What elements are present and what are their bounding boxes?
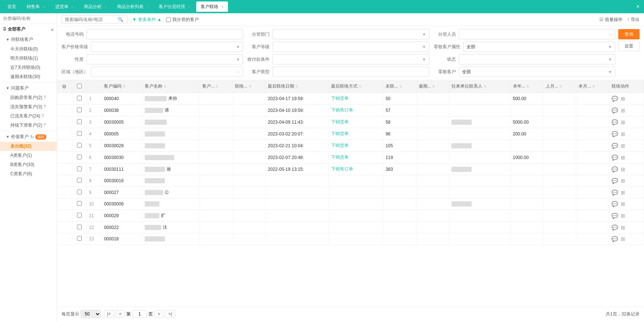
chat-icon[interactable]: 💬 [612, 236, 618, 242]
th-last-method[interactable]: 最后联络方式 [329, 80, 383, 93]
grid-action-icon[interactable]: ⊞ [621, 236, 625, 242]
sidebar-item-churn-risk[interactable]: 流失预警客户(3) ? [0, 102, 57, 112]
chat-icon[interactable]: 💬 [612, 107, 618, 113]
filter-price-level-select[interactable]: ▼ [91, 42, 243, 52]
close-all-button[interactable]: × [635, 2, 641, 11]
sidebar-item-declining[interactable]: 持续下滑客户(2) ? [0, 121, 57, 130]
row-checkbox[interactable] [77, 190, 82, 194]
last-method-link[interactable]: 下销货单 [331, 155, 349, 160]
filter-customer-type-select[interactable] [272, 67, 429, 77]
last-method-link[interactable]: 下销售订单 [331, 166, 353, 172]
sidebar-collapse-btn[interactable]: « [51, 27, 54, 32]
filter-level-select[interactable]: ▼ [272, 42, 429, 52]
row-checkbox[interactable] [77, 213, 82, 218]
next-page-btn[interactable]: > [154, 310, 163, 318]
search-icon[interactable]: 🔍 [118, 17, 123, 22]
sidebar-item-tomorrow[interactable]: 明天待联络(1) [0, 54, 57, 63]
th-last-month[interactable]: 上月... [543, 80, 576, 93]
chat-icon[interactable]: 💬 [612, 166, 618, 172]
th-code[interactable]: 客户编码 [102, 80, 142, 93]
last-method-link[interactable]: 下销货单 [331, 131, 349, 136]
filter-payment-select[interactable]: ▼ [272, 54, 429, 64]
grid-action-icon[interactable]: ⊞ [621, 213, 625, 219]
tab-home[interactable]: 首页 [3, 1, 21, 12]
th-type[interactable]: 客户... [200, 80, 232, 93]
th-overdue[interactable]: 逾期... [416, 80, 449, 93]
sidebar-search-input[interactable] [3, 16, 57, 21]
my-customers-checkbox[interactable] [166, 17, 171, 22]
first-page-btn[interactable]: |< [104, 310, 114, 318]
tab-product-analysis-list[interactable]: 商品分析列表 × [113, 1, 153, 12]
row-checkbox[interactable] [77, 143, 82, 148]
page-input[interactable] [132, 310, 147, 318]
more-conditions-btn[interactable]: ▼ 更多条件 ▲ [132, 17, 162, 23]
sidebar-item-today[interactable]: 今天待联络(0) [0, 45, 57, 54]
grid-action-icon[interactable]: ⊞ [621, 107, 625, 113]
sidebar-group-pending[interactable]: ▼ 待联络客户 [0, 35, 57, 45]
row-checkbox[interactable] [77, 131, 82, 136]
th-gear[interactable]: ⚙ [57, 80, 72, 93]
filter-manager-select[interactable]: ··· [459, 29, 615, 39]
grid-action-icon[interactable]: ⊞ [621, 155, 625, 160]
search-input[interactable] [65, 17, 116, 22]
row-checkbox[interactable] [77, 107, 82, 112]
row-checkbox[interactable] [77, 178, 82, 183]
chat-icon[interactable]: 💬 [612, 96, 618, 102]
sidebar-item-classA[interactable]: A类客户(1) [0, 151, 57, 160]
filter-retail-attr-select[interactable]: 全部 ▼ [463, 42, 615, 52]
sidebar-item-unclassified[interactable]: 未分组(32) [0, 142, 57, 151]
grid-action-icon[interactable]: ⊞ [621, 131, 625, 137]
chat-icon[interactable]: 💬 [612, 143, 618, 149]
tab-purchase[interactable]: 进货单 × [51, 1, 78, 12]
tab-customer-tier-close[interactable]: × [188, 5, 190, 9]
tab-customer-contact-close[interactable]: × [221, 5, 224, 9]
query-button[interactable]: 查询 [618, 29, 640, 39]
grid-action-icon[interactable]: ⊞ [621, 190, 625, 195]
last-method-link[interactable]: 下销售订单 [331, 107, 353, 113]
row-checkbox[interactable] [77, 119, 82, 124]
prev-page-btn[interactable]: < [116, 310, 125, 318]
tab-sales[interactable]: 销售单 × [22, 1, 49, 12]
grid-action-icon[interactable]: ⊞ [621, 225, 625, 230]
grid-action-icon[interactable]: ⊞ [621, 201, 625, 207]
filter-region-select[interactable]: ··· [91, 67, 243, 77]
grid-action-icon[interactable]: ⊞ [621, 96, 625, 102]
last-page-btn[interactable]: >| [165, 310, 175, 318]
sidebar-item-abnormal[interactable]: 回购异常客户(2) ? [0, 93, 57, 102]
row-checkbox[interactable] [77, 225, 82, 229]
chat-icon[interactable]: 💬 [612, 190, 618, 195]
chat-icon[interactable]: 💬 [612, 178, 618, 184]
last-method-link[interactable]: 下销货单 [331, 119, 349, 124]
sidebar-group-value[interactable]: ▼ 价值客户 ↻ 编辑 [0, 132, 57, 142]
chat-icon[interactable]: 💬 [612, 201, 618, 207]
th-this-year[interactable]: 本年... [510, 80, 543, 93]
th-uncontacted[interactable]: 未联... [383, 80, 416, 93]
row-checkbox[interactable] [77, 201, 82, 206]
select-all-checkbox[interactable] [77, 84, 82, 88]
all-customers-header[interactable]: ⠿ 全部客户 « [0, 24, 57, 35]
th-name[interactable]: 客户名称 [142, 80, 200, 93]
reset-button[interactable]: 设置 [618, 41, 640, 51]
sidebar-group-problem[interactable]: ▼ 问题客户 [0, 83, 57, 93]
tab-product-analysis[interactable]: 商品分析 × [80, 1, 111, 12]
grid-action-icon[interactable]: ⊞ [621, 166, 625, 172]
sidebar-item-overdue[interactable]: 逾期未联络(30) [0, 72, 57, 81]
tab-purchase-close[interactable]: × [71, 5, 74, 9]
sidebar-item-classC[interactable]: C类客户(6) [0, 169, 57, 179]
tab-product-analysis-close[interactable]: × [105, 5, 107, 9]
th-last-date[interactable]: 最后联络日期 [265, 80, 329, 93]
row-checkbox[interactable] [77, 236, 82, 241]
chat-icon[interactable]: 💬 [612, 131, 618, 137]
chat-icon[interactable]: 💬 [612, 155, 618, 160]
filter-retail-select[interactable]: 全部 ▼ [459, 67, 615, 77]
tab-product-analysis-list-close[interactable]: × [147, 5, 149, 9]
last-method-link[interactable]: 下销货单 [331, 96, 349, 101]
sidebar-item-7days[interactable]: 近7天待联络(0) [0, 63, 57, 72]
sidebar-item-lost[interactable]: 已流失客户(24) ? [0, 112, 57, 121]
row-checkbox[interactable] [77, 155, 82, 159]
last-method-link[interactable]: 下销货单 [331, 143, 349, 148]
filter-phone-input[interactable] [87, 29, 243, 39]
edit-badge[interactable]: 编辑 [35, 134, 46, 140]
tab-customer-tier[interactable]: 客户分层经营 × [154, 1, 195, 12]
filter-status-select[interactable]: ▼ [459, 54, 615, 64]
